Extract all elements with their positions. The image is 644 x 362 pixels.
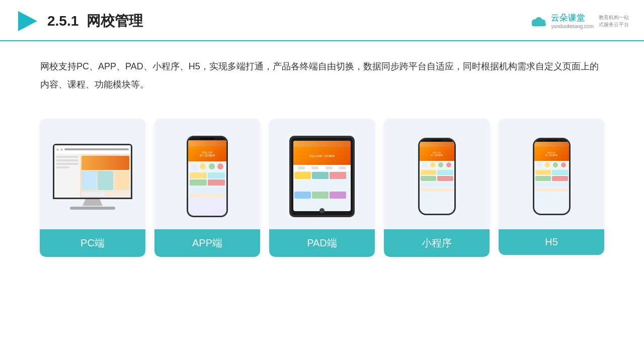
card-pc-label: PC端	[40, 229, 145, 257]
card-miniprogram-label: 小程序	[384, 229, 490, 257]
pc-screen	[53, 144, 132, 199]
card-pad: 职达人的第一堂判断课	[269, 119, 375, 257]
device-app-phone: 职达人的第一堂判断课	[187, 136, 228, 217]
cards-container: PC端 职达人的第一堂判断课	[0, 104, 644, 267]
page-header: 2.5.1 网校管理 云朵课堂 yunduoketang.com 教育机构一站式…	[0, 0, 644, 41]
play-icon	[15, 9, 39, 33]
card-app: 职达人的第一堂判断课	[154, 119, 260, 257]
card-app-image: 职达人的第一堂判断课	[154, 119, 260, 229]
card-miniprogram-image: 职达人的第一堂判断课	[384, 119, 490, 229]
card-h5-image: 职达人的第一堂判断课	[499, 119, 604, 229]
description-text: 网校支持PC、APP、PAD、小程序、H5，实现多端打通，产品各终端自由切换，数…	[0, 41, 644, 99]
card-pad-label: PAD端	[269, 229, 375, 257]
cloud-logo: 云朵课堂 yunduoketang.com 教育机构一站式服务云平台	[530, 13, 629, 29]
device-miniprogram-phone: 职达人的第一堂判断课	[418, 138, 456, 215]
card-h5-label: H5	[499, 229, 604, 255]
device-pc	[53, 144, 132, 210]
cloud-icon	[530, 14, 548, 28]
header-left: 2.5.1 网校管理	[15, 9, 143, 33]
card-pc-image	[40, 119, 145, 229]
card-app-label: APP端	[154, 229, 260, 257]
page-title: 2.5.1	[47, 13, 78, 29]
logo-text-group: 云朵课堂 yunduoketang.com	[551, 13, 594, 29]
card-h5: 职达人的第一堂判断课	[499, 119, 604, 255]
card-miniprogram: 职达人的第一堂判断课	[384, 119, 490, 257]
card-pc: PC端	[40, 119, 145, 257]
page-title-text: 网校管理	[87, 12, 143, 31]
svg-marker-0	[18, 11, 37, 31]
logo-area: 云朵课堂 yunduoketang.com 教育机构一站式服务云平台	[530, 13, 629, 29]
device-pad-tablet: 职达人的第一堂判断课	[289, 136, 355, 217]
logo-tagline: 教育机构一站式服务云平台	[599, 14, 629, 28]
svg-rect-7	[532, 23, 546, 26]
device-h5-phone: 职达人的第一堂判断课	[533, 138, 571, 215]
logo-url: yunduoketang.com	[551, 24, 594, 29]
card-pad-image: 职达人的第一堂判断课	[269, 119, 375, 229]
logo-brand: 云朵课堂	[551, 13, 594, 24]
